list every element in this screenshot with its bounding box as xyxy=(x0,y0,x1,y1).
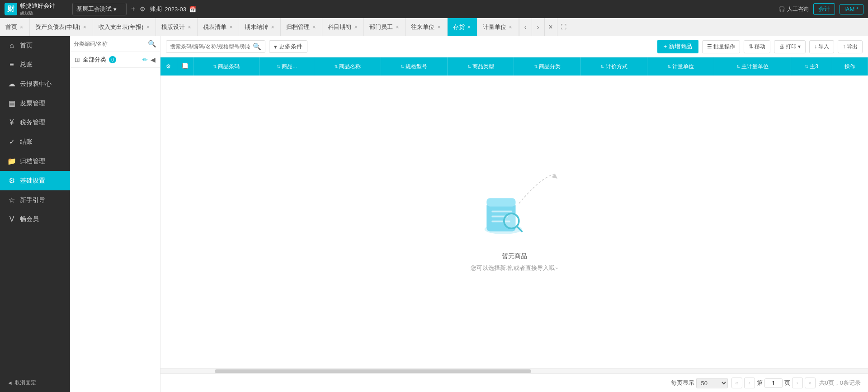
sidebar-item-archive[interactable]: 📁 归档管理 xyxy=(0,151,70,171)
sidebar-item-basic-settings[interactable]: ⚙ 基础设置 xyxy=(0,171,70,190)
export-label: 导出 xyxy=(847,43,858,51)
select-all-checkbox[interactable] xyxy=(182,63,188,69)
table-main-area: 🔍 ▾ 更多条件 + 新增商品 ☰ 批量操作 ⇅ 移动 xyxy=(160,36,868,392)
col-category-header[interactable]: ⇅ 商品分类 xyxy=(514,57,580,76)
sidebar-item-settlement-label: 结账 xyxy=(20,138,33,146)
sidebar-item-tax-mgmt[interactable]: ¥ 税务管理 xyxy=(0,113,70,132)
sidebar-item-settlement[interactable]: ✓ 结账 xyxy=(0,132,70,151)
prev-page-button[interactable]: ‹ xyxy=(744,378,755,388)
col-pricing-header[interactable]: ⇅ 计价方式 xyxy=(580,57,647,76)
tab-income-statement[interactable]: 收入支出表(年报) × xyxy=(93,18,156,36)
tab-home[interactable]: 首页 × xyxy=(0,18,30,36)
col-unit-header[interactable]: ⇅ 计量单位 xyxy=(647,57,714,76)
sidebar-item-invoice-mgmt[interactable]: ▤ 发票管理 xyxy=(0,94,70,113)
account-button[interactable]: 会计 xyxy=(813,3,835,15)
export-button[interactable]: ↑ 导出 xyxy=(838,40,863,53)
col-main-unit-header[interactable]: ⇅ 主计量单位 xyxy=(714,57,791,76)
batch-operation-button[interactable]: ☰ 批量操作 xyxy=(702,40,740,53)
col-checkbox-header[interactable] xyxy=(177,57,193,76)
tab-tax-clearance-close[interactable]: × xyxy=(228,24,233,30)
product-search-icon[interactable]: 🔍 xyxy=(253,43,261,51)
tab-balance-sheet[interactable]: 资产负债表(中期) × xyxy=(30,18,93,36)
svg-rect-4 xyxy=(491,210,512,212)
service-label: 人工咨询 xyxy=(787,5,809,13)
grid-icon: ⊞ xyxy=(75,56,80,63)
tab-template-design-label: 模版设计 xyxy=(161,23,185,31)
tab-tax-clearance[interactable]: 税表清单 × xyxy=(198,18,239,36)
tab-template-design-close[interactable]: × xyxy=(187,24,192,30)
sidebar-item-new-guide[interactable]: ☆ 新手引导 xyxy=(0,190,70,210)
tab-home-label: 首页 xyxy=(5,23,17,31)
sidebar-item-basic-settings-label: 基础设置 xyxy=(20,177,45,185)
scroll-thumb[interactable] xyxy=(215,369,531,373)
add-product-label: + 新增商品 xyxy=(664,43,692,51)
product-search-input[interactable] xyxy=(170,43,250,50)
col-barcode-header[interactable]: ⇅ 商品条码 xyxy=(193,57,259,76)
col-spec-header[interactable]: ⇅ 规格型号 xyxy=(381,57,447,76)
category-search-icon[interactable]: 🔍 xyxy=(148,40,156,48)
next-page-button[interactable]: › xyxy=(792,378,803,388)
tab-contacts[interactable]: 往来单位 × xyxy=(406,18,447,36)
tab-contacts-close[interactable]: × xyxy=(436,24,441,30)
service-button[interactable]: 🎧 人工咨询 xyxy=(778,5,809,13)
category-search-input[interactable] xyxy=(74,41,145,47)
sidebar-item-member[interactable]: V 畅会员 xyxy=(0,210,70,229)
tab-archive-mgmt-close[interactable]: × xyxy=(311,24,316,30)
batch-icon: ☰ xyxy=(707,43,712,50)
tab-unit-measure-close[interactable]: × xyxy=(508,24,513,30)
tab-subject-initial-close[interactable]: × xyxy=(353,24,358,30)
sort-pricing-icon: ⇅ xyxy=(600,64,604,69)
calendar-icon[interactable]: 📅 xyxy=(189,6,196,13)
col-settings-header[interactable]: ⚙ xyxy=(160,57,177,76)
close-all-tabs-button[interactable]: × xyxy=(544,18,557,36)
col-col3-header[interactable]: ⇅ 主3 xyxy=(791,57,832,76)
col-type-header[interactable]: ⇅ 商品类型 xyxy=(448,57,514,76)
more-filter-button[interactable]: ▾ 更多条件 xyxy=(269,40,307,53)
tab-income-statement-close[interactable]: × xyxy=(145,24,150,30)
sidebar-item-ledger[interactable]: ≡ 总账 xyxy=(0,55,70,74)
add-tab-icon[interactable]: + xyxy=(131,5,135,13)
sidebar-item-report-center[interactable]: ☁ 云报表中心 xyxy=(0,74,70,94)
tab-subject-initial[interactable]: 科目期初 × xyxy=(322,18,364,36)
headset-icon: 🎧 xyxy=(778,6,785,12)
product-search-box: 🔍 xyxy=(166,40,265,53)
tab-period-end-close[interactable]: × xyxy=(270,24,275,30)
import-button[interactable]: ↓ 导入 xyxy=(809,40,834,53)
tab-archive-mgmt[interactable]: 归档管理 × xyxy=(281,18,322,36)
settings-icon[interactable]: ⚙ xyxy=(140,5,146,13)
print-button[interactable]: 🖨 打印 ▾ xyxy=(774,40,806,53)
edit-category-icon[interactable]: ✏ xyxy=(142,56,148,63)
tab-template-design[interactable]: 模版设计 × xyxy=(156,18,198,36)
add-product-button[interactable]: + 新增商品 xyxy=(657,40,698,53)
first-page-button[interactable]: « xyxy=(731,378,742,388)
tab-department-employee[interactable]: 部门员工 × xyxy=(364,18,406,36)
col-code-header[interactable]: ⇅ 商品... xyxy=(259,57,314,76)
cancel-fixed-button[interactable]: ◄ 取消固定 xyxy=(0,373,70,392)
col-name-header[interactable]: ⇅ 商品名称 xyxy=(314,57,381,76)
page-number-input[interactable] xyxy=(764,378,783,388)
sidebar-item-home[interactable]: ⌂ 首页 xyxy=(0,36,70,55)
tab-inventory[interactable]: 存货 × xyxy=(448,18,477,36)
archive-icon: 📁 xyxy=(7,157,16,165)
tab-next-button[interactable]: › xyxy=(532,18,544,36)
tab-balance-sheet-close[interactable]: × xyxy=(82,24,87,30)
move-button[interactable]: ⇅ 移动 xyxy=(744,40,770,53)
iam-button[interactable]: iAM * xyxy=(840,4,863,14)
tab-home-close[interactable]: × xyxy=(19,24,24,30)
table-wrapper: ⚙ ⇅ 商品条码 ⇅ xyxy=(160,57,868,368)
tab-contacts-label: 往来单位 xyxy=(411,23,434,31)
tab-unit-measure[interactable]: 计量单位 × xyxy=(477,18,519,36)
page-size-select[interactable]: 20 50 100 xyxy=(696,378,728,388)
tab-department-employee-close[interactable]: × xyxy=(395,24,400,30)
expand-window-button[interactable]: ⛶ xyxy=(557,18,570,36)
horizontal-scrollbar[interactable] xyxy=(160,368,868,373)
last-page-button[interactable]: » xyxy=(805,378,816,388)
tab-prev-button[interactable]: ‹ xyxy=(519,18,532,36)
tab-inventory-close[interactable]: × xyxy=(467,24,472,30)
tab-period-end[interactable]: 期末结转 × xyxy=(239,18,281,36)
workspace-selector[interactable]: 基层工会测试 ▾ xyxy=(72,3,127,15)
tab-inventory-label: 存货 xyxy=(453,23,465,31)
table-settings-icon[interactable]: ⚙ xyxy=(166,63,171,70)
collapse-panel-icon[interactable]: ◀ xyxy=(151,56,156,63)
product-table: ⚙ ⇅ 商品条码 ⇅ xyxy=(160,57,868,76)
